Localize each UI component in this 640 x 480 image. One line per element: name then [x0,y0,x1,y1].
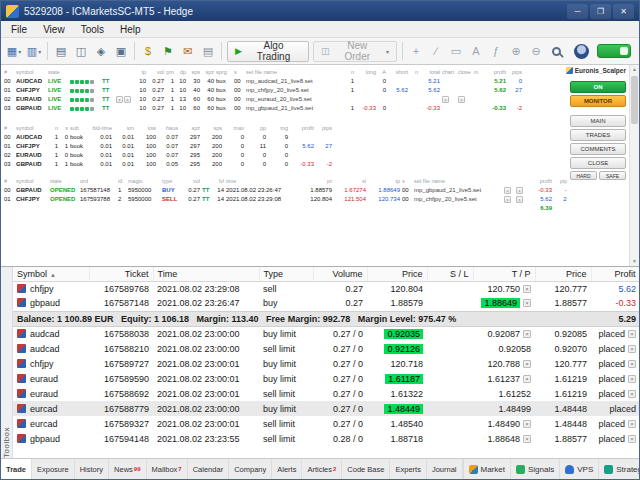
tab-journal[interactable]: Journal [427,459,463,479]
chart-mini-button[interactable]: x [504,196,511,203]
navigator-icon[interactable]: ◈ [91,41,111,62]
algo-trading-button[interactable]: ▶Algo Trading [227,41,309,62]
crosshair-icon[interactable]: + [406,41,426,62]
ea-comments-button[interactable]: COMMENTS [570,143,626,155]
deposit-icon[interactable]: $ [138,41,158,62]
close-mini-button[interactable]: x [516,187,523,194]
tab-exposure[interactable]: Exposure [32,459,75,479]
close-mini-button[interactable]: x [516,196,523,203]
profiles-icon[interactable]: ▥▾ [24,41,44,62]
menu-view[interactable]: View [35,23,73,36]
minimize-button[interactable]: ─ [567,4,588,19]
order-row[interactable]: eurcad1675893272021.08.02 23:00:01sell l… [13,416,639,431]
connection-toggle[interactable] [597,44,631,58]
remove-tp-button[interactable]: × [523,285,531,293]
chart-mini-button[interactable]: x [442,96,449,103]
col-symbol[interactable]: Symbol▲ [13,267,89,281]
scroll-up-icon[interactable]: ▲ [630,65,639,74]
ea-main-button[interactable]: MAIN [570,115,626,127]
data-window-icon[interactable]: ◫ [71,41,91,62]
shapes-icon[interactable]: ▭ [446,41,466,62]
main-scrollbar[interactable]: ▲ ▼ [629,65,639,266]
col-price[interactable]: Price [367,267,427,281]
print-icon[interactable]: ▤ [198,41,218,62]
ea-monitor-button[interactable]: MONITOR [570,95,626,107]
order-row[interactable]: chfjpy1675897272021.08.02 23:00:01buy li… [13,356,639,371]
tab-alerts[interactable]: Alerts [272,459,302,479]
tab-trade[interactable]: Trade [1,459,32,479]
remove-tp-button[interactable]: × [523,299,531,307]
chart-mini-button[interactable]: x [504,187,511,194]
remove-tp-button[interactable]: × [523,420,531,428]
close-order-button[interactable]: × [628,435,636,443]
scroll-down-icon[interactable]: ▼ [630,257,639,266]
col-current-price[interactable]: Price [535,267,591,281]
trendline-icon[interactable]: ∕ [426,41,446,62]
menu-help[interactable]: Help [112,23,149,36]
tab-experts[interactable]: Experts [390,459,426,479]
balance-row[interactable]: Balance: 1 100.89 EUR Equity: 1 106.18 M… [13,311,639,326]
order-row[interactable]: audcad1675882102021.08.02 23:00:00sell l… [13,341,639,356]
panel-signals[interactable]: Signals [510,459,559,479]
mail-icon[interactable]: ✉ [178,41,198,62]
position-row[interactable]: chfjpy1675897682021.08.02 23:29:08sell0.… [13,281,639,296]
position-row[interactable]: gbpaud1675871482021.08.02 23:26:47buy0.2… [13,296,639,311]
panel-vps[interactable]: VPS [559,459,598,479]
col-volume[interactable]: Volume [313,267,367,281]
col-sl[interactable]: S / L [427,267,473,281]
tab-articles[interactable]: Articles2 [302,459,342,479]
close-order-button[interactable]: × [628,330,636,338]
col-time[interactable]: Time [153,267,259,281]
order-row[interactable]: gbpaud1675941482021.08.02 23:23:55sell l… [13,431,639,446]
order-row[interactable]: eurcad1675887792021.08.02 23:00:00buy li… [13,401,639,416]
tab-code-base[interactable]: Code Base [342,459,390,479]
new-order-button[interactable]: ◫New Order▾ [313,41,397,62]
menu-tools[interactable]: Tools [73,23,112,36]
zoom-in-icon[interactable]: ⊕ [506,41,526,62]
order-row[interactable]: euraud1675895902021.08.02 23:00:01buy li… [13,371,639,386]
menu-file[interactable]: File [3,23,35,36]
close-order-button[interactable]: × [628,420,636,428]
panel-market[interactable]: Market [463,459,510,479]
close-order-button[interactable]: × [628,375,636,383]
remove-tp-button[interactable]: × [523,330,531,338]
row-mini-button[interactable]: x [124,96,131,103]
remove-tp-button[interactable]: × [523,435,531,443]
close-order-button[interactable]: × [628,345,636,353]
close-button[interactable]: ✕ [613,4,634,19]
account-icon[interactable] [574,44,589,59]
tab-history[interactable]: History [75,459,109,479]
tab-mailbox[interactable]: Mailbox7 [147,459,188,479]
toolbox-strip[interactable]: Toolbox [1,267,13,458]
remove-tp-button[interactable]: × [523,375,531,383]
toolbox-panel-icon[interactable]: ▣ [111,41,131,62]
scroll-thumb[interactable] [631,76,638,124]
order-row[interactable]: audcad1675880382021.08.02 23:00:00buy li… [13,326,639,341]
search-icon[interactable] [546,41,566,62]
ea-on-button[interactable]: ON [570,81,626,93]
ea-close-button[interactable]: CLOSE [570,157,626,169]
row-mini-button[interactable]: x [116,96,123,103]
tab-news[interactable]: News99 [109,459,146,479]
panel-strategy-tester[interactable]: Strategy Tester [598,459,639,479]
text-tool-icon[interactable]: A [466,41,486,62]
col-tp[interactable]: T / P [473,267,535,281]
close-mini-button[interactable]: x [458,96,465,103]
remove-tp-button[interactable]: × [523,360,531,368]
new-chart-icon[interactable]: ▦▾ [4,41,24,62]
col-ticket[interactable]: Ticket [89,267,153,281]
ea-safe-button[interactable]: SAFE [599,171,626,180]
tab-calendar[interactable]: Calendar [188,459,229,479]
col-type[interactable]: Type [259,267,313,281]
zoom-out-icon[interactable]: ⊖ [526,41,546,62]
maximize-button[interactable]: ❐ [590,4,611,19]
market-watch-icon[interactable]: ▤ [51,41,71,62]
close-order-button[interactable]: × [628,390,636,398]
close-order-button[interactable]: × [628,360,636,368]
indicators-icon[interactable]: ƒ [486,41,506,62]
flag-icon[interactable]: ⚑ [158,41,178,62]
ea-trades-button[interactable]: TRADES [570,129,626,141]
ea-hard-button[interactable]: HARD [570,171,597,180]
tab-company[interactable]: Company [229,459,272,479]
col-profit[interactable]: Profit [591,267,639,281]
